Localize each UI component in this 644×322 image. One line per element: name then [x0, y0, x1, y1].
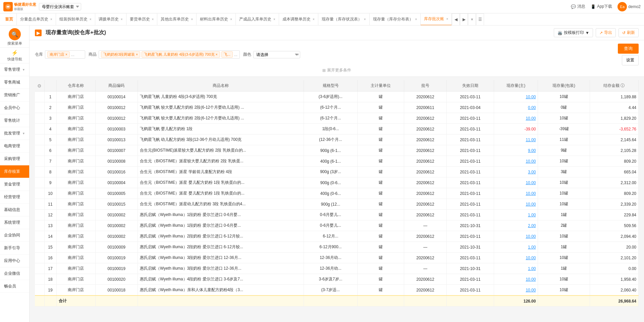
row-qty-main[interactable]: 1.00	[494, 242, 538, 253]
sidebar-item-app-center[interactable]: 应用中心	[0, 255, 29, 267]
tab-split-history[interactable]: 分量盘点单历史 ×	[17, 13, 56, 25]
sidebar-item-inventory[interactable]: 库存核算	[0, 165, 29, 178]
tab-product-in[interactable]: 产成品入库单历史 ×	[236, 13, 279, 25]
settings-button[interactable]: 设置	[622, 55, 639, 65]
tab-combo-history[interactable]: 组装拆卸单历史 ×	[56, 13, 95, 25]
query-button[interactable]: 查询	[618, 44, 639, 54]
tab-cost-adjust[interactable]: 成本调整单历史 ×	[279, 13, 318, 25]
row-warehouse: 南岸门店	[56, 220, 95, 231]
sidebar-item-base[interactable]: 基础信息	[0, 204, 29, 216]
tab-close-btn[interactable]: ×	[468, 13, 476, 25]
tab-batch-ledger[interactable]: 库存批次账 ×	[421, 13, 452, 25]
row-code: 00100007	[95, 145, 138, 156]
sidebar-item-ecommerce[interactable]: 电商管理	[0, 140, 29, 153]
sidebar-item-system[interactable]: 系统管理	[0, 216, 29, 229]
tab-other-out[interactable]: 其他出库单历史 ×	[157, 13, 197, 25]
goods-tag-container[interactable]: 飞鹤奶粉3段两罐装 × 飞鹤星飞帆 儿童奶粉 4段(3-6岁适用) 700克 ×…	[99, 50, 240, 59]
account-dropdown[interactable]: 母婴行业演示账套	[39, 3, 81, 10]
row-no: 15	[44, 242, 56, 253]
row-no: 12	[44, 210, 56, 220]
row-qty-main[interactable]: 10.00	[494, 92, 538, 102]
user-area[interactable]: Ea demo2	[618, 2, 641, 11]
row-qty-main[interactable]: 10.00	[494, 274, 538, 285]
close-require-history[interactable]: ×	[152, 17, 154, 21]
goods-tag1-close[interactable]: ×	[136, 53, 138, 56]
row-qty-main[interactable]: 10.00	[494, 156, 538, 167]
close-material-out[interactable]: ×	[230, 17, 232, 21]
row-qty-main[interactable]: 2.00	[494, 220, 538, 231]
color-select[interactable]: 请选择	[253, 51, 300, 58]
warehouse-tag-container[interactable]: 南岸门店 × ...	[45, 50, 85, 59]
sidebar-item-marketing[interactable]: 营销推广	[0, 89, 29, 102]
export-button[interactable]: ↗ 导出	[596, 28, 616, 37]
row-qty-pkg: -39罐	[538, 124, 590, 135]
sidebar-search[interactable]: 🔍 搜索菜单	[0, 25, 29, 48]
tab-inventory-dist[interactable]: 现存量（库存分布表） ×	[370, 13, 421, 25]
app-download-btn[interactable]: 📱 App下载	[591, 4, 612, 9]
row-batch: 20200612	[404, 253, 446, 263]
sidebar-item-guide[interactable]: 新手引导	[0, 242, 29, 255]
row-qty-main[interactable]: 1.00	[494, 263, 538, 274]
row-batch: 20200612	[404, 167, 446, 177]
sidebar-item-enterprise[interactable]: 企业协同	[0, 229, 29, 242]
row-qty-main[interactable]: 1.00	[494, 210, 538, 220]
close-inventory-status[interactable]: ×	[364, 17, 366, 21]
sidebar-item-retail-shop[interactable]: 零售商城	[0, 76, 29, 89]
close-inventory-dist[interactable]: ×	[415, 17, 417, 21]
sidebar-item-retail-stat[interactable]: 零售统计	[0, 114, 29, 127]
sidebar-item-vip[interactable]: 畅会员	[0, 280, 29, 293]
goods-tag2-close[interactable]: ×	[216, 53, 218, 56]
tab-prev-btn[interactable]: ◀	[452, 13, 460, 25]
row-qty-main[interactable]: 10.00	[494, 253, 538, 263]
row-name: 飞鹤星飞帆 婴儿配方奶粉 1段	[138, 124, 304, 135]
row-qty-main[interactable]: 10.00	[494, 231, 538, 242]
sidebar-item-wholesale[interactable]: 批发管理 ▼	[0, 127, 29, 140]
print-button[interactable]: 🖨️ 按模板打印 ▼	[554, 28, 593, 37]
row-amount: 665.04	[590, 167, 638, 177]
tab-inventory-status[interactable]: 现存量（库存状况表） ×	[318, 13, 370, 25]
tab-require-history[interactable]: 要货单历史 ×	[126, 13, 158, 25]
expand-more-btn[interactable]: ⊞ 展开更多条件	[322, 67, 351, 73]
row-qty-main[interactable]: 0.00	[494, 102, 538, 113]
expand-icon[interactable]: ▶	[35, 30, 42, 36]
sidebar-item-member[interactable]: 会员中心	[0, 102, 29, 114]
row-qty-main[interactable]: 11.00	[494, 135, 538, 145]
warehouse-tag-close[interactable]: ×	[65, 53, 67, 56]
close-other-out[interactable]: ×	[191, 17, 193, 21]
table-header-row: ⚙ 仓库名称 商品编码 商品名称 规格型号 主计量单位 批号 失效日期 现存量(…	[35, 80, 639, 92]
row-qty-main[interactable]: 10.00	[494, 199, 538, 210]
sidebar-item-retail[interactable]: 零售管理 ▼	[0, 63, 29, 76]
close-mix-history[interactable]: ×	[121, 17, 123, 21]
row-code: 00100002	[95, 210, 138, 220]
tab-mix-history[interactable]: 调拨单历史 ×	[95, 13, 126, 25]
table-row: 12 南岸门店 00100002 惠氏启赋（Wyeth illuma）1段奶粉 …	[35, 210, 639, 220]
row-unit: 罐	[358, 124, 404, 135]
sidebar-item-finance[interactable]: 资金管理	[0, 178, 29, 191]
row-qty-main[interactable]: 10.00	[494, 113, 538, 124]
row-expire: 2021-03-11	[446, 113, 494, 124]
sidebar-quick-nav[interactable]: ⚡ 快捷导航	[0, 48, 29, 63]
refresh-button[interactable]: ↺ 刷新	[619, 28, 639, 37]
row-expire: 2021-03-11	[446, 199, 494, 210]
sidebar-item-purchase[interactable]: 采购管理	[0, 153, 29, 165]
sidebar-item-wechat[interactable]: 企业微信	[0, 267, 29, 280]
row-warehouse: 南岸门店	[56, 92, 95, 102]
table-settings-icon[interactable]: ⚙	[37, 83, 42, 89]
row-qty-main[interactable]: 3.00	[494, 167, 538, 177]
close-split-history[interactable]: ×	[50, 17, 52, 21]
tab-next-btn[interactable]: ▶	[460, 13, 468, 25]
close-cost-adjust[interactable]: ×	[313, 17, 315, 21]
tab-material-out[interactable]: 材料出库单历史 ×	[197, 13, 236, 25]
close-product-in[interactable]: ×	[273, 17, 275, 21]
message-btn[interactable]: 💬 消息	[571, 4, 585, 9]
row-unit: 罐	[358, 188, 404, 199]
close-batch-ledger[interactable]: ×	[446, 17, 448, 21]
tab-home[interactable]: 首页	[2, 13, 17, 25]
row-qty-main[interactable]: 10.00	[494, 285, 538, 296]
close-combo-history[interactable]: ×	[90, 17, 92, 21]
row-qty-main[interactable]: 9.00	[494, 145, 538, 156]
tab-menu-btn[interactable]: ☰	[476, 13, 484, 25]
row-qty-main[interactable]: 10.00	[494, 188, 538, 199]
sidebar-item-business[interactable]: 经营管理	[0, 191, 29, 204]
row-qty-main[interactable]: 10.00	[494, 177, 538, 188]
